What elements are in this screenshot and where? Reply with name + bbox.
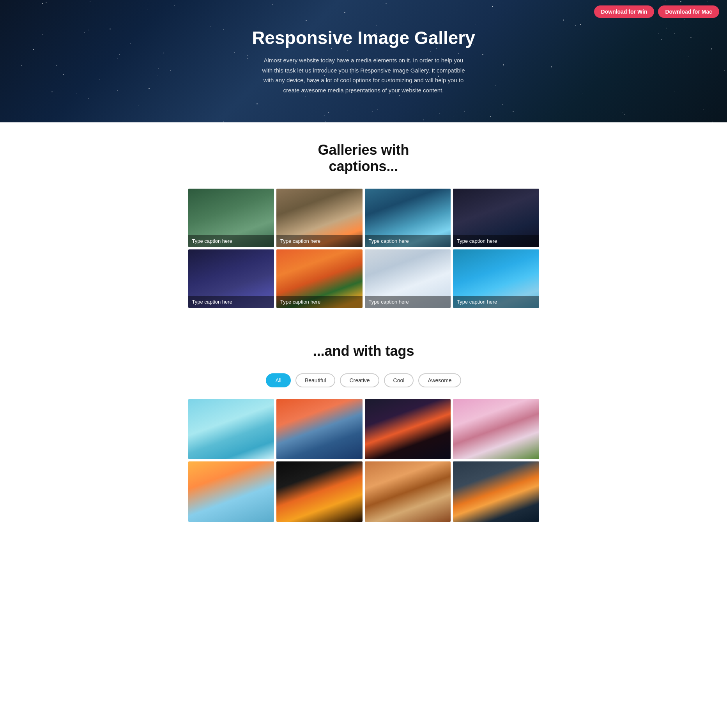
tags-section-title: ...and with tags xyxy=(188,343,539,359)
gallery-caption: Type caption here xyxy=(453,235,539,247)
hero-title: Responsive Image Gallery xyxy=(252,27,475,48)
tagged-gallery-grid xyxy=(188,399,539,522)
captions-section-title: Galleries with captions... xyxy=(188,142,539,175)
download-win-button[interactable]: Download for Win xyxy=(594,5,654,18)
tagged-gallery-item[interactable] xyxy=(365,399,451,459)
gallery-caption: Type caption here xyxy=(365,296,451,308)
caption-gallery-item[interactable]: Type caption here xyxy=(453,249,539,308)
tag-filter-button[interactable]: Awesome xyxy=(418,373,461,387)
hero-header: Download for Win Download for Mac Respon… xyxy=(0,0,727,122)
caption-gallery-item[interactable]: Type caption here xyxy=(276,249,363,308)
tag-filter-bar: AllBeautifulCreativeCoolAwesome xyxy=(188,373,539,387)
hero-description: Almost every website today have a media … xyxy=(258,55,469,95)
download-mac-button[interactable]: Download for Mac xyxy=(658,5,719,18)
header-buttons: Download for Win Download for Mac xyxy=(594,5,719,18)
tagged-gallery-item[interactable] xyxy=(188,399,274,459)
caption-gallery-item[interactable]: Type caption here xyxy=(276,189,363,247)
captions-gallery-grid: Type caption here Type caption here Type… xyxy=(188,189,539,308)
caption-gallery-item[interactable]: Type caption here xyxy=(365,249,451,308)
gallery-caption: Type caption here xyxy=(188,235,274,247)
tagged-gallery-item[interactable] xyxy=(453,461,539,521)
tag-filter-button[interactable]: Creative xyxy=(340,373,379,387)
caption-gallery-item[interactable]: Type caption here xyxy=(188,189,274,247)
gallery-caption: Type caption here xyxy=(276,296,363,308)
caption-gallery-item[interactable]: Type caption here xyxy=(188,249,274,308)
caption-gallery-item[interactable]: Type caption here xyxy=(365,189,451,247)
tagged-gallery-item[interactable] xyxy=(276,461,363,521)
tag-filter-button[interactable]: Cool xyxy=(384,373,414,387)
tagged-gallery-item[interactable] xyxy=(188,461,274,521)
gallery-caption: Type caption here xyxy=(453,296,539,308)
tag-filter-button[interactable]: Beautiful xyxy=(295,373,335,387)
caption-gallery-item[interactable]: Type caption here xyxy=(453,189,539,247)
tag-filter-button[interactable]: All xyxy=(266,373,291,387)
tagged-gallery-item[interactable] xyxy=(276,399,363,459)
gallery-caption: Type caption here xyxy=(276,235,363,247)
tagged-gallery-item[interactable] xyxy=(365,461,451,521)
gallery-caption: Type caption here xyxy=(365,235,451,247)
gallery-caption: Type caption here xyxy=(188,296,274,308)
tagged-gallery-item[interactable] xyxy=(453,399,539,459)
